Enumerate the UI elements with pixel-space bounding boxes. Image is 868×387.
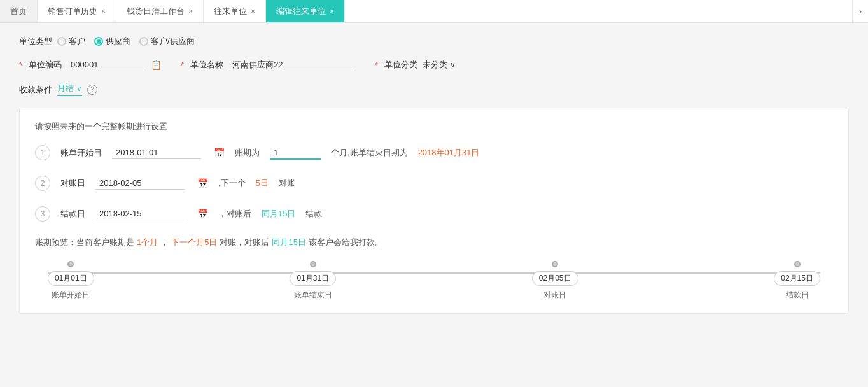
unit-code-input[interactable] [67, 59, 143, 71]
calendar-icon[interactable]: 📅 [214, 148, 225, 158]
tab-contacts[interactable]: 往来单位 × [204, 0, 266, 22]
step-3-row: 3 结款日 📅 ，对账后 同月15日 结款 [35, 206, 833, 222]
step-2-highlight: 5日 [256, 178, 269, 189]
tab-more-button[interactable]: › [852, 0, 868, 22]
tab-sales-history-label: 销售订单历史 [48, 6, 97, 17]
radio-group: 客户 供应商 客户/供应商 [57, 36, 195, 47]
card-title: 请按照未来的一个完整帐期进行设置 [35, 121, 833, 132]
tab-edit-contacts-label: 编辑往来单位 [276, 6, 326, 17]
tl-badge-start: 01月01日 [48, 271, 94, 286]
timeline-points: 01月01日 账单开始日 01月31日 账单结束日 02月05日 对账日 02月… [48, 261, 820, 300]
step-2-date-input[interactable] [95, 177, 185, 190]
settings-card: 请按照未来的一个完整帐期进行设置 1 账单开始日 📅 账期为 个月,账单结束日期… [19, 108, 849, 314]
payment-row: 收款条件 月结 ∨ ? [19, 83, 849, 96]
step-1-row: 1 账单开始日 📅 账期为 个月,账单结束日期为 2018年01月31日 [35, 145, 833, 160]
radio-both[interactable]: 客户/供应商 [139, 36, 195, 47]
period-label: 账期为 [235, 147, 260, 158]
chevron-down-icon: ∨ [450, 60, 456, 69]
chevron-down-icon: ∨ [76, 84, 82, 93]
tab-home[interactable]: 首页 [0, 0, 38, 22]
preview-end: 该客户会给我打款。 [309, 237, 383, 248]
period-unit: 个月,账单结束日期为 [331, 147, 408, 158]
tab-contacts-label: 往来单位 [214, 6, 247, 17]
period-end-date: 2018年01月31日 [418, 147, 480, 158]
step-2-desc-prefix: ,下一个 [218, 178, 246, 189]
radio-circle-customer [57, 37, 66, 46]
tl-point-end: 01月31日 账单结束日 [290, 261, 336, 300]
radio-customer-label: 客户 [69, 36, 85, 47]
unit-code-item: * 单位编码 📋 [19, 59, 162, 71]
step-3-desc-prefix: ，对账后 [218, 208, 251, 220]
unit-name-label: 单位名称 [190, 59, 223, 71]
radio-customer[interactable]: 客户 [57, 36, 85, 47]
radio-supplier[interactable]: 供应商 [94, 36, 130, 47]
step-2-row: 2 对账日 📅 ,下一个 5日 对账 [35, 176, 833, 191]
unit-category-label: 单位分类 [384, 59, 417, 71]
radio-circle-supplier [94, 37, 103, 46]
tl-point-reconcile: 02月05日 对账日 [532, 261, 578, 300]
tl-dot-payment [794, 261, 801, 267]
step-2-number: 2 [35, 176, 50, 191]
close-icon[interactable]: × [251, 7, 255, 16]
help-icon[interactable]: ? [87, 85, 97, 95]
close-icon[interactable]: × [188, 7, 193, 16]
page-content: 单位类型 客户 供应商 客户/供应商 * 单位编码 [0, 23, 868, 387]
chevron-right-icon: › [859, 6, 862, 16]
tl-badge-reconcile: 02月05日 [532, 271, 578, 286]
unit-name-item: * 单位名称 [181, 59, 356, 71]
tl-point-start: 01月01日 账单开始日 [48, 261, 94, 300]
preview-payment-date: 同月15日 [272, 237, 305, 248]
preview-period: 1个月 [137, 237, 158, 248]
unit-category-select[interactable]: 未分类 ∨ [423, 59, 456, 71]
step-3-desc-suffix: 结款 [305, 208, 322, 220]
step-1-label: 账单开始日 [60, 147, 102, 158]
tl-dot-start [67, 261, 74, 267]
tl-label-end: 账单结束日 [294, 290, 332, 300]
tab-home-label: 首页 [10, 6, 27, 17]
radio-circle-both [139, 37, 148, 46]
tab-cash-workbench[interactable]: 钱货日清工作台 × [116, 0, 204, 22]
tl-point-payment: 02月15日 结款日 [774, 261, 820, 300]
close-icon[interactable]: × [330, 7, 334, 16]
required-star: * [375, 60, 378, 70]
preview-mid: 对账，对账后 [220, 237, 269, 248]
unit-info-row: * 单位编码 📋 * 单位名称 * 单位分类 未分类 ∨ [19, 59, 849, 71]
tab-edit-contacts[interactable]: 编辑往来单位 × [266, 0, 345, 22]
step-3-number: 3 [35, 206, 50, 222]
tab-sales-history[interactable]: 销售订单历史 × [38, 0, 116, 22]
tl-badge-payment: 02月15日 [774, 271, 820, 286]
preview-reconcile-date: 下一个月5日 [171, 237, 217, 248]
payment-label: 收款条件 [19, 84, 52, 95]
step-2-label: 对账日 [60, 178, 85, 189]
close-icon[interactable]: × [101, 7, 106, 16]
radio-supplier-label: 供应商 [106, 36, 130, 47]
step-3-highlight: 同月15日 [262, 208, 295, 220]
step-1-date-input[interactable] [112, 146, 201, 159]
unit-type-label: 单位类型 [19, 36, 52, 47]
copy-icon[interactable]: 📋 [151, 60, 162, 70]
unit-category-value: 未分类 [423, 59, 447, 71]
required-star: * [181, 60, 184, 70]
preview-comma: ， [160, 237, 169, 248]
timeline: 01月01日 账单开始日 01月31日 账单结束日 02月05日 对账日 02月… [35, 261, 833, 300]
required-star: * [19, 60, 22, 70]
tl-dot-end [310, 261, 316, 267]
calendar-icon[interactable]: 📅 [197, 178, 208, 188]
unit-category-item: * 单位分类 未分类 ∨ [375, 59, 456, 71]
tl-label-reconcile: 对账日 [543, 290, 566, 300]
unit-name-input[interactable] [228, 59, 356, 71]
tab-cash-workbench-label: 钱货日清工作台 [127, 6, 185, 17]
step-2-desc-suffix: 对账 [279, 178, 295, 189]
tl-badge-end: 01月31日 [290, 271, 336, 286]
tl-dot-reconcile [552, 261, 558, 267]
tab-bar: 首页 销售订单历史 × 钱货日清工作台 × 往来单位 × 编辑往来单位 × › [0, 0, 868, 23]
calendar-icon[interactable]: 📅 [197, 209, 208, 219]
payment-dropdown[interactable]: 月结 ∨ [57, 83, 82, 96]
unit-type-row: 单位类型 客户 供应商 客户/供应商 [19, 36, 849, 47]
step-3-date-input[interactable] [95, 208, 185, 220]
tl-label-payment: 结款日 [786, 290, 809, 300]
preview-prefix: 账期预览：当前客户账期是 [35, 237, 134, 248]
period-months-input[interactable] [270, 146, 321, 160]
step-1-number: 1 [35, 145, 50, 160]
unit-code-label: 单位编码 [29, 59, 62, 71]
